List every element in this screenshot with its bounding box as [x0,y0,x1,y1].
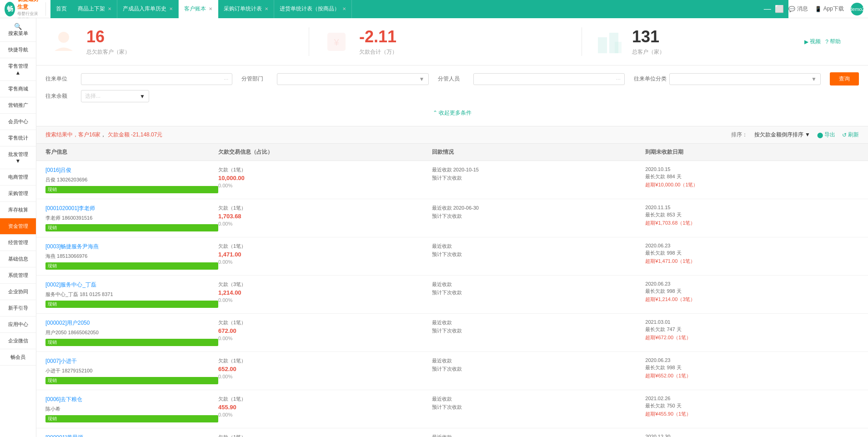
sidebar-item-ecommerce[interactable]: 电商管理 [0,169,36,186]
customer-name-link[interactable]: [0006]去下粮仓 [45,396,218,403]
filter-category: 往来单位分类 ▼ [634,73,821,85]
sort-label: 排序： [731,131,748,139]
export-btn[interactable]: ⬤ 导出 [817,131,835,139]
debt-info-cell: 欠款（1笔） 1,471.00 0.00% [218,243,432,265]
overdue-amount[interactable]: 超期¥1,471.00（1笔） [645,258,859,265]
tab-home[interactable]: 首页 [50,0,72,18]
customer-name-link[interactable]: [0003]畅捷服务尹海燕 [45,243,218,251]
filter-department-input[interactable]: ▼ [277,73,428,85]
customer-tag: 现销 [45,224,218,231]
collection-cell: 最近收款 预计下次收款 [432,396,646,411]
tab-product-listing[interactable]: 商品上下架 ✕ [72,0,117,18]
window-minimize-btn[interactable]: — [764,5,771,13]
collection-cell: 最近收款 预计下次收款 [432,434,646,437]
message-btn[interactable]: 💬 消息 [788,5,808,13]
sidebar-item-basic-info[interactable]: 基础信息 [0,251,36,267]
customer-phone: 李老师 18600391516 [45,215,218,221]
tab-customer-account[interactable]: 客户账本 ✕ [179,0,218,18]
overdue-cell: 2021.03.01 最长欠款 747 天 超期¥672.00（1笔） [645,319,859,341]
sidebar-item-purchase[interactable]: 采购管理 [0,186,36,202]
app-download-btn[interactable]: 📱 App下载 [815,5,844,13]
next-collection: 预计下次收款 [432,251,646,258]
sidebar-item-retail-stats[interactable]: 零售统计 [0,130,36,146]
customer-name-link[interactable]: [000001]黄思源 [45,434,218,437]
tab-close-1[interactable]: ✕ [108,6,111,11]
sidebar-item-enterprise-wechat[interactable]: 企业微信 [0,333,36,349]
debt-percent: 0.00% [218,183,432,188]
sidebar-item-system[interactable]: 系统管理 [0,267,36,284]
customer-info-cell: [0006]去下粮仓 陈小希 现销 [45,396,218,422]
avatar[interactable]: demo2 [851,3,863,15]
customer-tag: 现销 [45,339,218,346]
debt-percent: 0.00% [218,374,432,379]
debt-customers-icon [50,28,77,55]
tab-close-5[interactable]: ✕ [342,6,346,11]
refresh-btn[interactable]: ↺ 刷新 [842,131,859,139]
sidebar-item-app-center[interactable]: 应用中心 [0,316,36,333]
overdue-amount[interactable]: 超期¥652.00（1笔） [645,372,859,379]
mobile-icon: 📱 [815,6,822,12]
filter-balance-placeholder: 选择... [85,92,100,100]
overdue-cell: 2021.02.26 最长欠款 750 天 超期¥455.90（1笔） [645,396,859,417]
help-btn[interactable]: ? 帮助 [825,38,841,45]
header-overdue: 到期未收款日期 [645,148,859,156]
summary-card3-info: 131 总客户（家） [632,27,804,56]
search-button[interactable]: 查询 [830,72,859,85]
overdue-amount[interactable]: 超期¥455.90（1笔） [645,411,859,417]
debt-info-cell: 欠款（1笔） 1,703.68 0.00% [218,205,432,226]
window-maximize-btn[interactable]: ⬜ [775,5,784,13]
tab-close-3[interactable]: ✕ [209,6,212,11]
overdue-date: 2020.06.23 [645,243,859,248]
tab-purchase-stats[interactable]: 采购订单统计表 ✕ [218,0,274,18]
overdue-cell: 2020.06.23 最长欠款 998 天 超期¥1,214.00（3笔） [645,281,859,303]
sidebar-item-marketing[interactable]: 营销推广 [0,97,36,114]
sidebar-item-inventory[interactable]: 库存核算 [0,202,36,218]
customer-name-link[interactable]: [0007]小进干 [45,357,218,365]
customer-name-link[interactable]: [000002]用户2050 [45,319,218,327]
sidebar-item-retail-mgmt[interactable]: 零售管理 ▲ [0,58,36,81]
tab-close-4[interactable]: ✕ [265,6,268,11]
filter-partner-label: 往来单位 [45,75,77,83]
sidebar-item-enterprise-collab[interactable]: 企业协同 [0,284,36,300]
sidebar-item-retail-mall[interactable]: 零售商城 [0,81,36,97]
next-collection: 预计下次收款 [432,327,646,334]
arrow-right-icon: ▼ [0,158,36,164]
debt-info-cell: 欠款（3笔） 1,214.00 0.00% [218,281,432,303]
collection-cell: 最近收款 预计下次收款 [432,319,646,334]
tab-purchase-goods-stats[interactable]: 进货单统计表（按商品） ✕ [274,0,352,18]
video-icon: ▶ [804,39,808,45]
video-help-btn[interactable]: ▶ 视频 [804,38,821,45]
filter-partner-input[interactable]: ··· [81,73,232,85]
collapse-bar[interactable]: ⌃ 收起更多条件 [45,107,859,119]
filter-department-label: 分管部门 [241,75,273,83]
sidebar-item-search[interactable]: 🔍 搜索菜单 [0,18,36,42]
table-header: 客户信息 欠款交易信息（占比） 回款情况 到期未收款日期 [36,144,868,161]
results-actions: 排序： 按欠款金额倒序排序 ▼ ⬤ 导出 ↺ 刷新 [731,131,859,139]
overdue-amount[interactable]: 超期¥1,703.68（1笔） [645,220,859,226]
filter-balance: 往来余额 选择... ▼ [45,90,859,102]
customer-name-link[interactable]: [0016]吕俊 [45,166,218,174]
sidebar-item-guide[interactable]: 新手引导 [0,300,36,316]
sidebar-item-operations[interactable]: 经营管理 [0,235,36,251]
customer-name-link[interactable]: [0002]服务中心_丁磊 [45,281,218,289]
customer-name-link[interactable]: [0001020001]李老师 [45,205,218,212]
overdue-date: 2020.11.15 [645,205,859,210]
table-row: [0016]吕俊 吕俊 13026203696 现销 欠款（1笔） 10,000… [36,161,868,199]
total-customers-icon [596,28,623,55]
overdue-amount[interactable]: 超期¥10,000.00（1笔） [645,181,859,188]
overdue-amount[interactable]: 超期¥672.00（1笔） [645,334,859,341]
sidebar-item-finance[interactable]: 资金管理 [0,218,36,235]
tab-production-history[interactable]: 产成品入库单历史 ✕ [117,0,179,18]
filter-person-input[interactable]: ··· [473,73,625,85]
sidebar-item-quick-nav[interactable]: 快捷导航 [0,42,36,58]
filter-category-input[interactable]: ▼ [669,73,821,85]
table-section: 客户信息 欠款交易信息（占比） 回款情况 到期未收款日期 [0016]吕俊 吕俊… [36,144,868,437]
sidebar-item-member[interactable]: 会员中心 [0,114,36,130]
overdue-amount[interactable]: 超期¥1,214.00（3笔） [645,296,859,303]
debt-count: 欠款（3笔） [218,281,432,288]
sidebar-item-wholesale-mgmt[interactable]: 批发管理 ▼ [0,146,36,169]
filter-balance-select[interactable]: 选择... ▼ [81,90,149,102]
sidebar-item-chang-member[interactable]: 畅会员 [0,349,36,366]
tab-close-2[interactable]: ✕ [169,6,173,11]
sort-select[interactable]: 按欠款金额倒序排序 ▼ [754,131,810,139]
